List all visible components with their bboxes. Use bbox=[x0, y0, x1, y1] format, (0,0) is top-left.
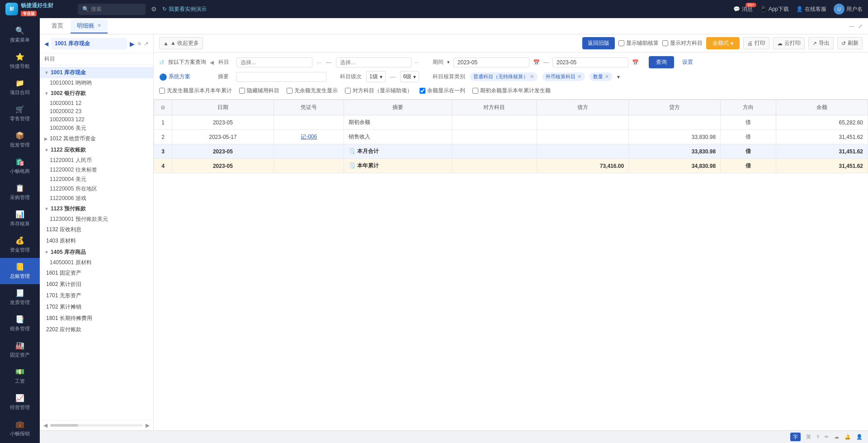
period-start-input[interactable] bbox=[453, 57, 529, 67]
tree-child-14050001[interactable]: 14050001 原材料 bbox=[40, 258, 153, 267]
status-edit-icon[interactable]: ✏ bbox=[825, 434, 829, 440]
tab-expand-icon[interactable]: ⤢ bbox=[858, 23, 863, 29]
tree-node-2202[interactable]: 2202 应付账款 bbox=[40, 324, 153, 335]
tree-node-1602[interactable]: 1602 累计折旧 bbox=[40, 279, 153, 290]
nav-arrow-icon[interactable]: ▶ bbox=[130, 40, 135, 48]
expand-button[interactable]: ▲ ▲ 收起更多 bbox=[159, 37, 203, 49]
tree-child-10010001[interactable]: 10010001 哟哟哟 bbox=[40, 78, 153, 88]
sidebar-item-purchase[interactable]: 📋 采购管理 bbox=[0, 179, 40, 205]
tree-child-11220001[interactable]: 11220001 人民币 bbox=[40, 156, 153, 165]
tree-node-1132[interactable]: 1132 应收利息 bbox=[40, 224, 153, 235]
scroll-left-icon[interactable]: ◀ bbox=[43, 422, 47, 429]
top-gear-icon[interactable]: ⚙ bbox=[151, 5, 157, 13]
list-view-icon[interactable]: ≡ bbox=[137, 40, 141, 47]
voucher-link[interactable]: 记-006 bbox=[301, 133, 317, 140]
sidebar-item-retail[interactable]: 🛒 零售管理 bbox=[0, 100, 40, 127]
show-aux-input[interactable] bbox=[618, 40, 624, 46]
tree-child-10020001[interactable]: 10020001 12 bbox=[40, 99, 153, 107]
app-download-btn[interactable]: 📱 App下载 bbox=[760, 5, 789, 13]
status-cloud-icon[interactable]: ☁ bbox=[834, 434, 839, 440]
tag-foreign-close-icon[interactable]: ✕ bbox=[577, 74, 581, 80]
summary-input[interactable] bbox=[236, 72, 326, 82]
user-area[interactable]: U 用户名 bbox=[834, 4, 863, 14]
account-selector[interactable]: 1001 库存现金 bbox=[51, 38, 127, 49]
tree-child-10020003[interactable]: 10020003 122 bbox=[40, 115, 153, 124]
format-button[interactable]: 金额式 ▾ bbox=[706, 37, 740, 49]
export-button[interactable]: ↗ 导出 bbox=[808, 37, 834, 49]
cb-no-balance-input[interactable] bbox=[159, 88, 165, 94]
period-calendar-icon[interactable]: 📅 bbox=[533, 59, 540, 66]
tab-home[interactable]: 首页 bbox=[45, 19, 70, 33]
sidebar-item-mgmt[interactable]: 📈 经营管理 bbox=[0, 389, 40, 415]
subject-input[interactable] bbox=[236, 57, 312, 67]
cb-show-balance-col-input[interactable] bbox=[420, 88, 425, 94]
tab-minimize-icon[interactable]: — bbox=[849, 23, 854, 29]
collapse-scheme-icon[interactable]: ◀ bbox=[210, 59, 214, 66]
cb-no-balance2[interactable]: 无余额无发生显示 bbox=[287, 87, 338, 95]
sidebar-item-finance[interactable]: 💰 资金管理 bbox=[0, 232, 40, 258]
tag-normal-close-icon[interactable]: ✕ bbox=[530, 74, 534, 80]
cb-show-contra-input[interactable] bbox=[345, 88, 351, 94]
back-old-version-button[interactable]: 返回旧版 bbox=[582, 37, 615, 49]
tree-child-11220002[interactable]: 11220002 往来标签 bbox=[40, 165, 153, 175]
status-chinese-icon[interactable]: 字 bbox=[790, 433, 801, 441]
tree-node-1403[interactable]: 1403 原材料 bbox=[40, 235, 153, 247]
tree-child-10020002[interactable]: 10020002 23 bbox=[40, 107, 153, 115]
sidebar-item-project[interactable]: 📁 项目合同 bbox=[0, 74, 40, 100]
status-help-icon[interactable]: ? bbox=[816, 434, 819, 440]
status-user-icon[interactable]: 👤 bbox=[856, 434, 863, 440]
sidebar-item-quick-nav[interactable]: ⭐ 快捷导航 bbox=[0, 48, 40, 74]
tree-node-1123[interactable]: ▼ 1123 预付账款 bbox=[40, 203, 153, 214]
refresh-scheme-icon[interactable]: ↺ bbox=[159, 59, 165, 66]
sidebar-item-ecommerce[interactable]: 🛍️ 小畅电商 bbox=[0, 153, 40, 179]
cb-show-period[interactable]: 期初余额显示本年累计发生额 bbox=[472, 87, 551, 95]
scroll-right-icon[interactable]: ▶ bbox=[146, 422, 150, 429]
chevron-down-type-icon[interactable]: ▾ bbox=[617, 74, 620, 80]
period-end-calendar-icon[interactable]: 📅 bbox=[632, 59, 639, 66]
tree-node-1001[interactable]: ▼ 1001 库存现金 bbox=[40, 67, 153, 78]
status-bell-icon[interactable]: 🔔 bbox=[844, 434, 851, 440]
sidebar-item-tax[interactable]: 📑 税务管理 bbox=[0, 310, 40, 337]
top-search[interactable]: 🔍 搜索 bbox=[78, 4, 146, 15]
print-button[interactable]: 🖨 打印 bbox=[743, 37, 769, 49]
cb-hide-aux-input[interactable] bbox=[239, 88, 245, 94]
sidebar-item-sales-report[interactable]: 💼 小畅报销 bbox=[0, 415, 40, 442]
cb-show-balance-col[interactable]: 余额显示在一列 bbox=[420, 87, 465, 95]
tree-node-1801[interactable]: 1801 长期待摊费用 bbox=[40, 313, 153, 324]
tab-ledger-detail[interactable]: 明细账 ✕ bbox=[71, 19, 108, 33]
period-dropdown-icon[interactable]: ▾ bbox=[447, 59, 450, 65]
sidebar-item-invoice[interactable]: 🧾 发票管理 bbox=[0, 284, 40, 310]
tree-node-1702[interactable]: 1702 累计摊销 bbox=[40, 301, 153, 313]
cb-hide-aux[interactable]: 隐藏辅用科目 bbox=[239, 87, 279, 95]
tree-child-11230001[interactable]: 11230001 预付账款美元 bbox=[40, 214, 153, 224]
subject-end-input[interactable] bbox=[336, 57, 412, 67]
tab-close-icon[interactable]: ✕ bbox=[97, 23, 101, 29]
tree-child-11220004[interactable]: 11220004 美元 bbox=[40, 175, 153, 184]
tree-node-1601[interactable]: 1601 固定资产 bbox=[40, 267, 153, 279]
tree-node-1012[interactable]: ▶ 1012 其他货币资金 bbox=[40, 133, 153, 144]
show-contra-input[interactable] bbox=[662, 40, 668, 46]
period-end-input[interactable] bbox=[552, 57, 628, 67]
filter-settings-btn[interactable]: 设置 bbox=[679, 57, 697, 68]
sidebar-item-salary[interactable]: 💵 工资 bbox=[0, 363, 40, 389]
cb-show-contra[interactable]: 对方科目（显示辅助项） bbox=[345, 87, 412, 95]
level-end-select[interactable]: 6级 ▾ bbox=[400, 71, 420, 82]
status-english-icon[interactable]: 英 bbox=[806, 433, 811, 440]
tree-node-1405[interactable]: ▼ 1405 库存商品 bbox=[40, 247, 153, 258]
tree-node-1701[interactable]: 1701 无形资产 bbox=[40, 290, 153, 301]
sidebar-item-search[interactable]: 🔍 搜索菜单 bbox=[0, 22, 40, 48]
notification-btn[interactable]: 💬 消息 99+ bbox=[733, 5, 753, 13]
demo-link[interactable]: ↻ 我要看实例演示 bbox=[162, 5, 207, 13]
online-service-btn[interactable]: 👤 在线客服 bbox=[796, 5, 826, 13]
left-arrow-icon[interactable]: ◀ bbox=[44, 41, 48, 47]
level-start-select[interactable]: 1级 ▾ bbox=[366, 71, 386, 82]
cb-no-balance[interactable]: 无发生额显示本月本年累计 bbox=[159, 87, 232, 95]
tree-child-11220006[interactable]: 11220006 游戏 bbox=[40, 194, 153, 203]
show-aux-checkbox[interactable]: 显示辅助核算 bbox=[618, 39, 659, 47]
tree-node-1002[interactable]: ▼ 1002 银行存款 bbox=[40, 88, 153, 99]
sidebar-item-inventory[interactable]: 📊 库存核算 bbox=[0, 205, 40, 232]
tree-child-10020006[interactable]: 10020006 美元 bbox=[40, 124, 153, 133]
cb-no-balance2-input[interactable] bbox=[287, 88, 292, 94]
refresh-button[interactable]: ↺ 刷新 bbox=[837, 37, 863, 49]
sidebar-item-ledger[interactable]: 📒 总账管理 bbox=[0, 258, 40, 284]
